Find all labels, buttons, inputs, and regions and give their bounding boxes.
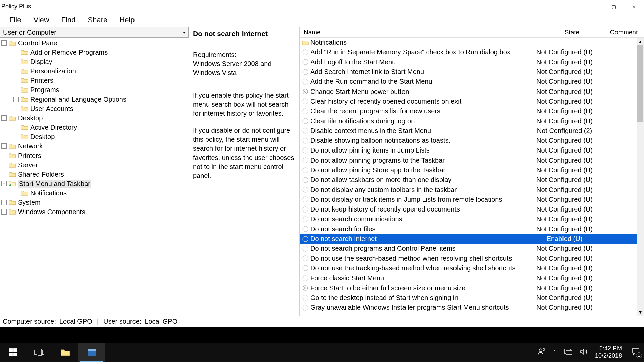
tray-chevron-up-icon[interactable]: ˄ — [553, 349, 556, 356]
scroll-thumb[interactable] — [637, 45, 643, 122]
tree-item[interactable]: Desktop — [30, 133, 55, 141]
list-item[interactable]: Do not allow pinning programs to the Tas… — [300, 156, 637, 165]
menu-share[interactable]: Share — [82, 14, 114, 26]
list-item[interactable]: Go to the desktop instead of Start when … — [300, 293, 637, 303]
tree-item-selected[interactable]: Start Menu and Taskbar — [18, 180, 91, 188]
list-item[interactable]: Disable context menus in the Start MenuN… — [300, 126, 637, 136]
policy-name: Disable context menus in the Start Menu — [310, 127, 533, 135]
tree-item[interactable]: Personalization — [30, 67, 76, 75]
detail-panel: Do not search Internet Requirements: Win… — [189, 27, 299, 316]
list-item[interactable]: Add Logoff to the Start MenuNot Configur… — [300, 57, 637, 67]
list-item[interactable]: Gray unavailable Windows Installer progr… — [300, 303, 637, 312]
list-item[interactable]: Disable showing balloon notifications as… — [300, 136, 637, 145]
network-icon[interactable] — [564, 348, 572, 357]
svg-rect-42 — [566, 350, 572, 355]
list-item[interactable]: Force Start to be either full screen siz… — [300, 283, 637, 293]
policy-plus-taskbar-button[interactable] — [78, 343, 105, 362]
svg-rect-35 — [38, 349, 41, 356]
list-item[interactable]: Do not display any custom toolbars in th… — [300, 185, 637, 194]
svg-point-18 — [303, 207, 308, 212]
list-item[interactable]: Do not display or track items in Jump Li… — [300, 195, 637, 204]
list-item[interactable]: Do not allow pinning items in Jump Lists… — [300, 145, 637, 155]
task-view-button[interactable] — [26, 343, 52, 362]
volume-icon[interactable] — [580, 348, 588, 357]
tree-item[interactable]: Programs — [30, 86, 59, 94]
column-comment[interactable]: Comment — [604, 28, 644, 36]
column-name[interactable]: Name — [300, 28, 540, 36]
list-item[interactable]: Add "Run in Separate Memory Space" check… — [300, 47, 637, 57]
expand-icon[interactable]: + — [13, 97, 19, 102]
list-item[interactable]: Do not search programs and Control Panel… — [300, 244, 637, 253]
folder-icon — [9, 115, 16, 121]
list-item[interactable]: Do not search communicationsNot Configur… — [300, 214, 637, 224]
menu-help[interactable]: Help — [113, 14, 141, 26]
expand-icon[interactable]: + — [1, 209, 7, 215]
list-item[interactable]: Do not use the tracking-based method whe… — [300, 263, 637, 273]
vertical-scrollbar[interactable]: ▴ ▾ — [637, 38, 644, 316]
tree-item[interactable]: Regional and Language Options — [30, 96, 126, 103]
list-item[interactable]: Do not use the search-based method when … — [300, 254, 637, 263]
tree-item[interactable]: Printers — [18, 152, 41, 160]
svg-point-14 — [303, 168, 308, 173]
list-item-folder[interactable]: Notifications — [300, 38, 637, 47]
file-explorer-button[interactable] — [52, 343, 78, 362]
collapse-icon[interactable]: − — [1, 181, 7, 186]
tree-item[interactable]: System — [18, 199, 41, 206]
clock-time: 6:42 PM — [595, 345, 622, 352]
column-state[interactable]: State — [540, 28, 604, 36]
list-item[interactable]: Clear the recent programs list for new u… — [300, 106, 637, 116]
gear-icon — [302, 88, 309, 95]
tree-item[interactable]: Add or Remove Programs — [30, 49, 108, 56]
tree-item[interactable]: Server — [18, 161, 38, 169]
policy-icon — [302, 225, 309, 233]
scroll-up-icon[interactable]: ▴ — [637, 38, 644, 45]
expand-icon[interactable]: + — [1, 200, 7, 205]
tree-item[interactable]: Display — [30, 58, 52, 66]
list-item[interactable]: Clear tile notifications during log onNo… — [300, 116, 637, 126]
policy-state: Not Configured (U) — [533, 117, 596, 125]
list-item[interactable]: Do not allow taskbars on more than one d… — [300, 175, 637, 185]
menu-view[interactable]: View — [27, 14, 55, 26]
list-item[interactable]: Do not allow pinning Store app to the Ta… — [300, 165, 637, 175]
list-item-selected[interactable]: Do not search InternetEnabled (U) — [300, 234, 637, 244]
scroll-down-icon[interactable]: ▾ — [637, 308, 644, 316]
svg-point-4 — [303, 79, 308, 84]
tree-item[interactable]: Network — [18, 142, 43, 150]
tree-item[interactable]: User Accounts — [30, 105, 73, 113]
tree-item[interactable]: Shared Folders — [18, 171, 64, 178]
collapse-icon[interactable]: − — [1, 40, 7, 46]
tree-item[interactable]: Desktop — [18, 114, 43, 122]
tree-item[interactable]: Windows Components — [18, 208, 85, 216]
list-item[interactable]: Clear history of recently opened documen… — [300, 97, 637, 106]
policy-name: Do not allow pinning programs to the Tas… — [310, 157, 533, 164]
start-button[interactable] — [0, 343, 26, 362]
list-item[interactable]: Do not keep history of recently opened d… — [300, 204, 637, 214]
action-center-button[interactable]: 1 — [631, 348, 640, 357]
tree-item[interactable]: Printers — [30, 77, 53, 84]
menu-find[interactable]: Find — [55, 14, 82, 26]
collapse-icon[interactable]: − — [1, 115, 7, 121]
expand-icon[interactable]: + — [1, 143, 7, 149]
tree-item[interactable]: Control Panel — [18, 39, 59, 47]
minimize-button[interactable]: — — [584, 0, 604, 13]
scope-dropdown[interactable]: User or Computer ▾ — [0, 27, 189, 38]
svg-rect-31 — [13, 348, 17, 352]
detail-description: If you enable this policy the start menu… — [193, 91, 295, 180]
list-item[interactable]: Add the Run command to the Start MenuNot… — [300, 77, 637, 86]
tree-item[interactable]: Active Directory — [30, 124, 77, 131]
clock[interactable]: 6:42 PM 10/2/2018 — [595, 345, 624, 359]
taskbar: ˄ 6:42 PM 10/2/2018 1 — [0, 343, 644, 362]
people-icon[interactable] — [537, 347, 546, 357]
policy-tree[interactable]: −Control Panel Add or Remove Programs Di… — [0, 38, 189, 316]
scroll-track[interactable] — [637, 45, 644, 308]
policy-name: Do not search for files — [310, 225, 533, 233]
close-button[interactable]: ✕ — [624, 0, 644, 13]
maximize-button[interactable]: ▢ — [604, 0, 624, 13]
list-item[interactable]: Force classic Start MenuNot Configured (… — [300, 273, 637, 283]
tree-item[interactable]: Notifications — [30, 189, 67, 197]
list-item[interactable]: Change Start Menu power buttonNot Config… — [300, 86, 637, 96]
policy-icon — [302, 68, 309, 76]
list-item[interactable]: Do not search for filesNot Configured (U… — [300, 224, 637, 234]
list-item[interactable]: Add Search Internet link to Start MenuNo… — [300, 67, 637, 77]
menu-file[interactable]: File — [3, 14, 27, 26]
